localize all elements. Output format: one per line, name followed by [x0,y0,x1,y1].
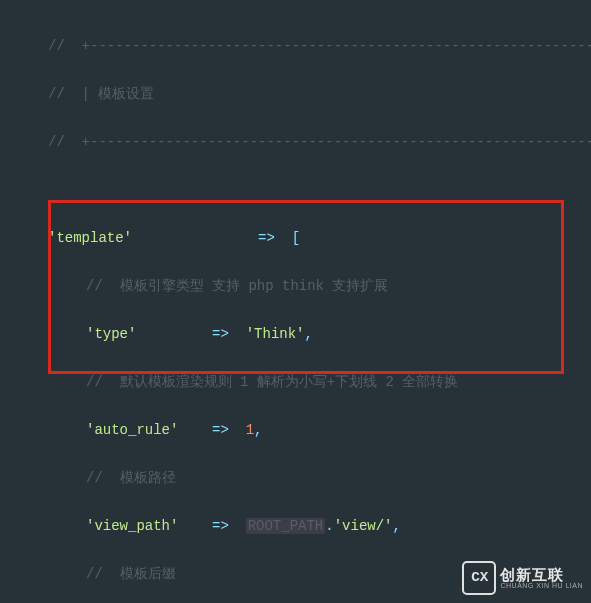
brand-logo-icon: CX [462,561,496,595]
brand-logo: CX 创新互联 CHUANG XIN HU LIAN [462,561,583,595]
key-type: 'type' [86,326,136,342]
comment: // | 模板设置 [48,86,154,102]
comment: // 模板后缀 [86,566,176,582]
comment: // 模板引擎类型 支持 php think 支持扩展 [86,278,388,294]
brand-name-cn: 创新互联 [500,567,583,582]
comment: // +------------------------------------… [48,38,591,54]
key-template: 'template' [48,230,132,246]
key-auto-rule: 'auto_rule' [86,422,178,438]
comment: // 模板路径 [86,470,176,486]
comment: // +------------------------------------… [48,134,591,150]
key-view-path: 'view_path' [86,518,178,534]
code-snippet: // +------------------------------------… [0,0,591,603]
brand-name-en: CHUANG XIN HU LIAN [500,582,583,589]
comment: // 默认模板渲染规则 1 解析为小写+下划线 2 全部转换 [86,374,458,390]
